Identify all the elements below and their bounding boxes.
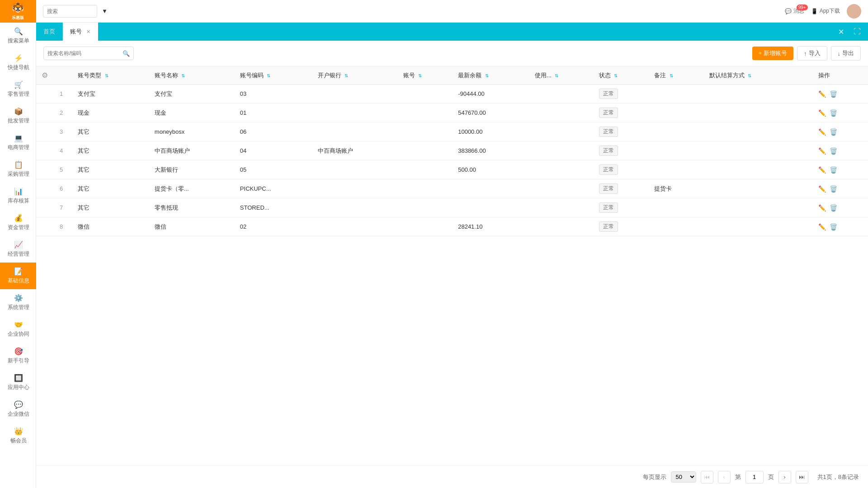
- cell-checkbox: [36, 160, 54, 179]
- cell-usage: [529, 198, 594, 217]
- sidebar-item-label: 资金管理: [1, 224, 36, 231]
- last-page-btn[interactable]: ⏭: [796, 471, 808, 483]
- sort-note-icon: ⇅: [670, 73, 673, 78]
- cell-num: 3: [54, 122, 72, 141]
- edit-icon[interactable]: ✏️: [818, 185, 826, 192]
- edit-icon[interactable]: ✏️: [818, 128, 826, 136]
- delete-icon[interactable]: 🗑️: [830, 147, 837, 155]
- user-avatar[interactable]: [847, 4, 861, 19]
- sidebar-item-enterprise-agreement[interactable]: 🤝 企业协同: [0, 316, 36, 343]
- sidebar-item-retail-mgmt[interactable]: 🛒 零售管理: [0, 76, 36, 103]
- tabbar-expand-btn[interactable]: ⛶: [851, 25, 863, 38]
- tabbar-close-btn[interactable]: ✕: [835, 25, 847, 38]
- th-bank[interactable]: 开户银行 ⇅: [312, 66, 398, 84]
- account-search-input[interactable]: [47, 50, 123, 56]
- wholesale-icon: 📦: [1, 107, 36, 116]
- edit-icon[interactable]: ✏️: [818, 109, 826, 117]
- cell-note: [649, 198, 704, 217]
- th-usage[interactable]: 使用... ⇅: [529, 66, 594, 84]
- delete-icon[interactable]: 🗑️: [830, 128, 837, 136]
- sidebar-item-quick-nav[interactable]: ⚡ 快捷导航: [0, 49, 36, 76]
- page-number-input[interactable]: [745, 471, 764, 483]
- topbar-app-download[interactable]: 📱 App下载: [811, 7, 840, 15]
- cell-name: 微信: [149, 217, 235, 236]
- topbar-search-input[interactable]: [43, 5, 97, 18]
- cell-checkbox: [36, 103, 54, 122]
- edit-icon[interactable]: ✏️: [818, 90, 826, 98]
- cell-default-payment: [704, 217, 813, 236]
- prev-page-btn[interactable]: ‹: [718, 471, 731, 483]
- edit-icon[interactable]: ✏️: [818, 166, 826, 174]
- th-note[interactable]: 备注 ⇅: [649, 66, 704, 84]
- sidebar-item-member[interactable]: 👑 畅会员: [0, 422, 36, 449]
- sort-payment-icon: ⇅: [748, 73, 751, 78]
- cell-type: 微信: [72, 217, 149, 236]
- cell-status: 正常: [594, 84, 649, 103]
- edit-icon[interactable]: ✏️: [818, 223, 826, 230]
- th-status[interactable]: 状态 ⇅: [594, 66, 649, 84]
- cell-action: ✏️ 🗑️: [813, 122, 868, 141]
- cell-status: 正常: [594, 103, 649, 122]
- per-page-select[interactable]: 50 100 200: [671, 471, 696, 483]
- sidebar-item-ecommerce-mgmt[interactable]: 💻 电商管理: [0, 129, 36, 156]
- sidebar-item-finance-mgmt[interactable]: 💰 资金管理: [0, 209, 36, 236]
- cell-account: [398, 198, 453, 217]
- cell-note: [649, 217, 704, 236]
- import-button[interactable]: ↑ 导入: [797, 46, 827, 61]
- table-row: 6 其它 提货卡（零... PICKUPC... 正常 提货卡 ✏️ 🗑️: [36, 179, 868, 198]
- sidebar-item-system-mgmt[interactable]: ⚙️ 系统管理: [0, 289, 36, 316]
- delete-icon[interactable]: 🗑️: [830, 90, 837, 98]
- th-account[interactable]: 账号 ⇅: [398, 66, 453, 84]
- sidebar-item-inventory[interactable]: 📊 库存核算: [0, 183, 36, 209]
- edit-icon[interactable]: ✏️: [818, 147, 826, 155]
- cell-bank: [312, 179, 398, 198]
- sort-status-icon: ⇅: [614, 73, 618, 78]
- delete-icon[interactable]: 🗑️: [830, 109, 837, 117]
- cell-code: 05: [235, 160, 312, 179]
- next-page-btn[interactable]: ›: [778, 471, 791, 483]
- th-name[interactable]: 账号名称 ⇅: [149, 66, 235, 84]
- delete-icon[interactable]: 🗑️: [830, 166, 837, 174]
- sidebar-item-search-menu[interactable]: 🔍 搜索菜单: [0, 23, 36, 49]
- delete-icon[interactable]: 🗑️: [830, 223, 837, 230]
- table-row: 2 现金 现金 01 547670.00 正常 ✏️ 🗑️: [36, 103, 868, 122]
- th-code[interactable]: 账号编码 ⇅: [235, 66, 312, 84]
- edit-icon[interactable]: ✏️: [818, 204, 826, 211]
- first-page-btn[interactable]: ⏮: [701, 471, 713, 483]
- tab-home[interactable]: 首页: [36, 23, 63, 41]
- search-icon[interactable]: 🔍: [123, 50, 130, 57]
- delete-icon[interactable]: 🗑️: [830, 204, 837, 211]
- sidebar-item-wholesale-mgmt[interactable]: 📦 批发管理: [0, 103, 36, 129]
- cell-code: STORED...: [235, 198, 312, 217]
- cell-type: 支付宝: [72, 84, 149, 103]
- sidebar-item-ops-mgmt[interactable]: 📈 经营管理: [0, 236, 36, 263]
- action-icons: ✏️ 🗑️: [818, 128, 863, 136]
- sidebar-item-purchase-mgmt[interactable]: 📋 采购管理: [0, 156, 36, 183]
- sidebar-item-app-center[interactable]: 🔲 应用中心: [0, 369, 36, 396]
- tab-account-close[interactable]: ✕: [86, 29, 90, 35]
- cell-bank: [312, 122, 398, 141]
- cell-checkbox: [36, 198, 54, 217]
- column-settings-icon[interactable]: ⚙: [42, 71, 48, 79]
- add-account-button[interactable]: + 新增账号: [752, 47, 793, 60]
- finance-icon: 💰: [1, 214, 36, 222]
- th-balance[interactable]: 最新余额 ⇅: [453, 66, 529, 84]
- sidebar-item-label: 库存核算: [1, 197, 36, 205]
- content-area: 🔍 + 新增账号 ↑ 导入 ↓ 导出: [36, 41, 868, 488]
- sidebar-item-enterprise-wechat[interactable]: 💬 企业微信: [0, 396, 36, 422]
- topbar-message[interactable]: 💬 消息 99+: [785, 7, 804, 15]
- delete-icon[interactable]: 🗑️: [830, 185, 837, 192]
- topbar-dropdown[interactable]: ▼: [102, 8, 108, 14]
- cell-bank: 中百商场账户: [312, 141, 398, 160]
- table-row: 3 其它 moneybosx 06 10000.00 正常 ✏️ 🗑️: [36, 122, 868, 141]
- sidebar-item-basic-info[interactable]: 📝 基础信息: [0, 263, 36, 289]
- action-icons: ✏️ 🗑️: [818, 204, 863, 211]
- sidebar-item-newbie-guide[interactable]: 🎯 新手引导: [0, 343, 36, 369]
- tab-account[interactable]: 账号 ✕: [63, 23, 98, 41]
- export-button[interactable]: ↓ 导出: [831, 46, 861, 61]
- th-default-payment[interactable]: 默认结算方式 ⇅: [704, 66, 813, 84]
- export-label: 导出: [842, 49, 854, 57]
- cell-code: 04: [235, 141, 312, 160]
- action-icons: ✏️ 🗑️: [818, 90, 863, 98]
- th-type[interactable]: 账号类型 ⇅: [72, 66, 149, 84]
